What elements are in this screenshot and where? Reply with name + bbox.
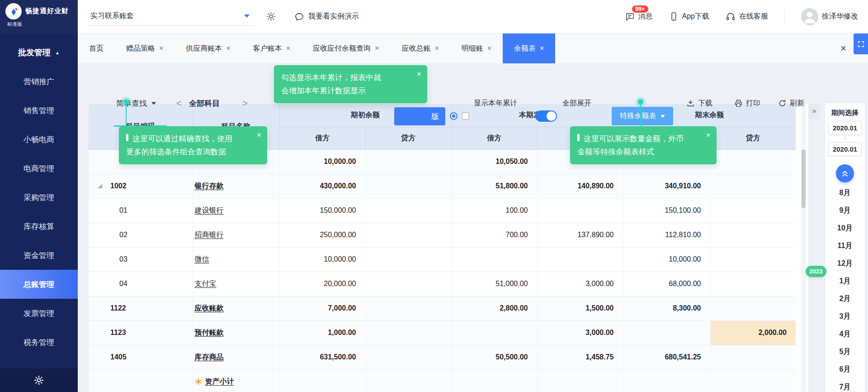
print-button[interactable]: 打印 — [734, 99, 760, 108]
account-name-link[interactable]: 资产小计 — [205, 378, 234, 385]
month-item-4[interactable]: 12月 — [825, 255, 865, 272]
table-row[interactable]: 04支付宝20,000.0051,000.003,000.0068,000.00 — [89, 272, 796, 296]
tab-0[interactable]: 首页 — [78, 33, 115, 63]
sidebar-item-9[interactable]: 发票管理 — [0, 299, 78, 328]
next-subject-chevron[interactable]: > — [242, 98, 248, 109]
account-name-link[interactable]: 招商银行 — [195, 231, 224, 239]
tab-close-icon[interactable]: × — [375, 45, 379, 52]
month-item-5[interactable]: 1月 — [825, 272, 865, 290]
month-item-9[interactable]: 5月 — [825, 343, 865, 361]
tab-1[interactable]: 赠品策略× — [115, 33, 175, 63]
table-row[interactable]: 1122应收账款7,000.002,800.001,500.008,300.00 — [89, 296, 796, 320]
table-row[interactable]: 03微信10,000.0010,000.00 — [89, 247, 796, 272]
prev-subject-chevron[interactable]: < — [176, 98, 182, 109]
sidebar-item-7[interactable]: 资金管理 — [0, 241, 78, 270]
demo-link[interactable]: 我要看实例演示 — [294, 12, 359, 22]
app-download-button[interactable]: App下载 — [669, 12, 709, 21]
search-mode-select[interactable]: 简单查找 — [116, 98, 156, 109]
table-row[interactable]: 02招商银行250,000.00700.00137,890.00112,810.… — [89, 223, 796, 247]
expand-all-toggle[interactable] — [535, 110, 557, 122]
user-menu[interactable]: 徐泽华修改 — [801, 8, 858, 25]
month-item-3[interactable]: 11月 — [825, 237, 865, 255]
tab-4[interactable]: 应收应付余额查询× — [302, 33, 390, 63]
table-row[interactable]: 资产小计 — [89, 369, 796, 392]
table-row[interactable]: 1123预付账款1,000.003,000.002,000.00 — [89, 320, 796, 345]
month-item-8[interactable]: 4月 — [825, 325, 865, 343]
tab-close-icon[interactable]: × — [434, 45, 439, 52]
table-row[interactable]: 1002银行存款430,000.0051,800.00140,890.00340… — [89, 174, 796, 198]
table-scrollbar-thumb[interactable] — [802, 149, 806, 208]
amount-cell: 7,000.00 — [279, 296, 365, 320]
table-row[interactable]: 01建设银行150,000.00100.00150,100.00 — [89, 198, 796, 223]
amount-cell: 150,100.00 — [623, 198, 710, 223]
special-balance-table-button[interactable]: 特殊余额表 — [612, 107, 673, 125]
month-item-10[interactable]: 6月 — [825, 361, 865, 378]
account-name-link[interactable]: 预付账款 — [195, 329, 224, 336]
double-chevron-up-icon — [840, 169, 849, 178]
tab-7[interactable]: 余额表× — [503, 33, 555, 63]
account-name-link[interactable]: 银行存款 — [195, 182, 224, 190]
tab-close-icon[interactable]: × — [226, 45, 230, 52]
tab-close-icon[interactable]: × — [540, 45, 544, 52]
period-panel-collapse-button[interactable]: » — [808, 103, 820, 119]
close-icon[interactable]: × — [417, 70, 421, 78]
app-download-label: App下载 — [682, 12, 709, 21]
sidebar-item-label: 库存核算 — [24, 221, 54, 232]
month-item-1[interactable]: 9月 — [825, 202, 865, 220]
tab-2[interactable]: 供应商账本× — [175, 33, 241, 63]
sidebar-item-2[interactable]: 销售管理 — [0, 96, 78, 125]
ytd-radio[interactable] — [450, 112, 458, 120]
scroll-months-up-button[interactable] — [836, 164, 854, 182]
account-name-link[interactable]: 微信 — [195, 255, 209, 263]
tab-6[interactable]: 明细账× — [450, 33, 503, 63]
account-name-link[interactable]: 建设银行 — [195, 206, 224, 214]
month-item-0[interactable]: 8月 — [825, 184, 865, 202]
sidebar-item-8[interactable]: 总账管理 — [0, 270, 78, 299]
download-button[interactable]: 下载 — [686, 99, 712, 108]
account-name-cell: 预付账款 — [193, 320, 279, 345]
sidebar-item-3[interactable]: 小畅电商 — [0, 125, 78, 154]
month-item-2[interactable]: 10月 — [825, 220, 865, 237]
month-item-11[interactable]: 7月 — [825, 378, 865, 392]
close-all-tabs-icon[interactable]: × — [840, 43, 846, 54]
month-item-7[interactable]: 3月 — [825, 308, 865, 325]
tab-close-icon[interactable]: × — [159, 45, 163, 52]
amount-cell — [365, 272, 451, 296]
sidebar-item-10[interactable]: 税务管理 — [0, 328, 78, 357]
period-from-box[interactable]: 2020.01 — [828, 121, 862, 135]
month-item-6[interactable]: 2月 — [825, 290, 865, 308]
account-name-link[interactable]: 应收账款 — [195, 304, 224, 312]
sidebar-item-5[interactable]: 采购管理 — [0, 183, 78, 212]
period-to-box[interactable]: 2020.01 — [828, 142, 862, 156]
sidebar-item-0[interactable]: 批发管理▲ — [0, 38, 78, 67]
show-ytd-checkbox[interactable] — [462, 112, 469, 120]
fullscreen-button[interactable] — [854, 33, 868, 54]
headset-icon — [726, 12, 736, 22]
online-support-button[interactable]: 在线客服 — [726, 12, 768, 22]
tab-bar: 首页赠品策略×供应商账本×客户账本×应收应付余额查询×应收总账×明细账×余额表×… — [78, 33, 868, 63]
amount-cell — [537, 247, 623, 272]
account-name-link[interactable]: 库存商品 — [195, 353, 224, 361]
sidebar-settings-button[interactable] — [0, 368, 78, 392]
messages-button[interactable]: 99+ 消息 — [625, 12, 653, 22]
partially-hidden-version-button[interactable]: 版 — [394, 107, 445, 125]
account-set-select[interactable]: 实习联系账套 — [88, 8, 254, 26]
table-row[interactable]: 1405库存商品631,500.0050,500.001,458.75680,5… — [89, 345, 796, 369]
sidebar-item-6[interactable]: 库存核算 — [0, 212, 78, 241]
sidebar-item-4[interactable]: 电商管理 — [0, 154, 78, 183]
close-icon[interactable]: × — [706, 131, 711, 139]
close-icon[interactable]: × — [257, 131, 261, 139]
subject-scope-select[interactable]: 全部科目 — [189, 98, 220, 109]
settings-gear-button[interactable] — [266, 11, 276, 22]
sidebar-item-1[interactable]: 营销推广 — [0, 67, 78, 96]
tab-3[interactable]: 客户账本× — [242, 33, 302, 63]
refresh-button[interactable]: 刷新 — [778, 99, 804, 108]
expand-caret-icon[interactable] — [98, 184, 102, 188]
account-name-link[interactable]: 支付宝 — [195, 280, 217, 287]
tab-close-icon[interactable]: × — [286, 45, 290, 52]
amount-cell: 50,500.00 — [451, 345, 537, 369]
tab-close-icon[interactable]: × — [487, 45, 491, 52]
tab-5[interactable]: 应收总账× — [390, 33, 450, 63]
message-bubble-icon — [625, 12, 635, 22]
amount-cell — [365, 320, 451, 345]
